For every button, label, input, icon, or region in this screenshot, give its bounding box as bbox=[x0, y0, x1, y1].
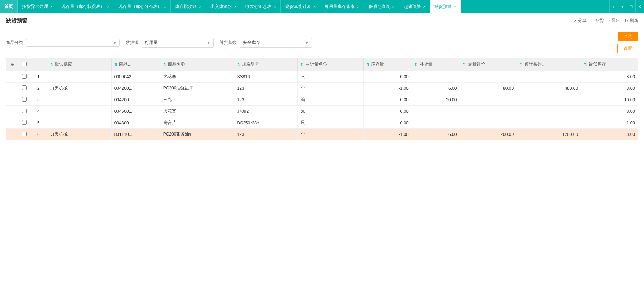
row-latest-price-1: 80.00 bbox=[460, 83, 517, 94]
column-stock-label: 库存量 bbox=[371, 62, 384, 67]
tab-9[interactable]: 保质期查询 × bbox=[364, 0, 399, 13]
column-latest-price[interactable]: ⇅ 最新进价 bbox=[460, 58, 517, 71]
tab-3-close[interactable]: × bbox=[164, 4, 166, 9]
tab-11-close[interactable]: × bbox=[454, 4, 456, 9]
tab-prev-button[interactable]: ‹ bbox=[609, 0, 618, 13]
tab-4-close[interactable]: × bbox=[199, 4, 201, 9]
column-min-stock[interactable]: ⇅ 最低库存 bbox=[581, 58, 638, 71]
row-checkbox-cell-2 bbox=[19, 94, 30, 106]
row-checkbox-4[interactable] bbox=[22, 120, 27, 125]
sort-stock-icon: ⇅ bbox=[366, 62, 369, 66]
column-default-supplier[interactable]: ⇅ 默认供应... bbox=[47, 58, 111, 71]
row-code-1: 004200... bbox=[111, 83, 160, 94]
column-est-purchase-label: 预计采购... bbox=[525, 62, 545, 67]
tab-8-close[interactable]: × bbox=[357, 4, 359, 9]
column-product-code[interactable]: ⇅ 商品... bbox=[111, 58, 160, 71]
datasource-label: 数据源 bbox=[126, 40, 139, 46]
tab-5-close[interactable]: × bbox=[234, 4, 236, 9]
column-product-name[interactable]: ⇅ 商品名称 bbox=[160, 58, 234, 71]
row-gear-4[interactable] bbox=[6, 117, 19, 129]
tab-5[interactable]: 出入库流水 × bbox=[206, 0, 241, 13]
sort-latest-price-icon: ⇅ bbox=[463, 62, 466, 66]
row-gear-1[interactable] bbox=[6, 83, 19, 94]
datasource-select[interactable]: 可用量 ▼ bbox=[142, 38, 214, 48]
column-num bbox=[30, 58, 47, 71]
column-stock[interactable]: ⇅ 库存量 bbox=[364, 58, 412, 71]
row-gear-3[interactable] bbox=[6, 106, 19, 117]
tab-2[interactable]: 现存量（库存状况表） × bbox=[57, 0, 114, 13]
category-filter-group: 商品分类 ▼ bbox=[6, 39, 120, 47]
tab-10-label: 超储预警 bbox=[404, 4, 421, 10]
restock-basis-select[interactable]: 安全库存 ▼ bbox=[240, 38, 312, 48]
row-num-1: 2 bbox=[30, 83, 47, 94]
row-num-4: 5 bbox=[30, 117, 47, 129]
row-code-5: 801110... bbox=[111, 129, 160, 140]
column-gear[interactable]: ⚙ bbox=[6, 58, 19, 71]
tab-10[interactable]: 超储预警 × bbox=[399, 0, 430, 13]
row-name-3: 火花塞 bbox=[160, 106, 234, 117]
row-checkbox-cell-5 bbox=[19, 129, 30, 140]
share-button[interactable]: ➚ 分享 bbox=[573, 18, 587, 24]
tab-6[interactable]: 收发存汇总表 × bbox=[241, 0, 280, 13]
tab-6-close[interactable]: × bbox=[274, 4, 276, 9]
tab-9-close[interactable]: × bbox=[392, 4, 395, 9]
sort-est-purchase-icon: ⇅ bbox=[520, 62, 523, 66]
column-latest-price-label: 最新进价 bbox=[468, 62, 485, 67]
query-button[interactable]: 查询 bbox=[618, 32, 638, 41]
tab-11[interactable]: 缺货预警 × bbox=[430, 0, 461, 13]
header-actions: ➚ 分享 □ 补货 ↑ 导出 ↻ 刷新 bbox=[573, 18, 638, 24]
refresh-button[interactable]: ↻ 刷新 bbox=[625, 18, 638, 24]
row-checkbox-2[interactable] bbox=[22, 97, 27, 102]
tab-home[interactable]: 首页 bbox=[0, 0, 18, 13]
restock-basis-chevron-icon: ▼ bbox=[305, 41, 309, 45]
tab-3[interactable]: 现存量（库存分布表） × bbox=[114, 0, 171, 13]
row-stock-0: 0.00 bbox=[364, 71, 412, 83]
column-spec[interactable]: ⇅ 规格型号 bbox=[234, 58, 298, 71]
column-est-purchase[interactable]: ⇅ 预计采购... bbox=[517, 58, 581, 71]
tab-1[interactable]: 拣货异常处理 × bbox=[18, 0, 57, 13]
tab-restore-button[interactable]: □ bbox=[627, 0, 635, 13]
row-est-purchase-3 bbox=[517, 106, 581, 117]
tab-next-button[interactable]: › bbox=[618, 0, 627, 13]
row-checkbox-5[interactable] bbox=[22, 132, 27, 136]
row-code-3: 004600... bbox=[111, 106, 160, 117]
tab-close-all-button[interactable]: ✕ bbox=[635, 0, 644, 13]
tab-2-label: 现存量（库存状况表） bbox=[61, 4, 105, 10]
column-unit[interactable]: ⇅ 主计量单位 bbox=[298, 58, 364, 71]
restock-label: 补货 bbox=[595, 18, 604, 24]
tab-1-label: 拣货异常处理 bbox=[22, 4, 48, 10]
row-restock-qty-2: 20.00 bbox=[412, 94, 460, 106]
datasource-value: 可用量 bbox=[145, 40, 158, 46]
tab-8[interactable]: 可用量库存账本 × bbox=[320, 0, 364, 13]
select-all-checkbox[interactable] bbox=[22, 62, 27, 66]
row-est-purchase-2 bbox=[517, 94, 581, 106]
tab-7[interactable]: 要货单统计表 × bbox=[281, 0, 320, 13]
tab-2-close[interactable]: × bbox=[107, 4, 109, 9]
restock-basis-filter-group: 补货基数 安全库存 ▼ bbox=[219, 38, 312, 48]
category-label: 商品分类 bbox=[6, 40, 23, 46]
row-checkbox-1[interactable] bbox=[22, 85, 27, 90]
category-select[interactable]: ▼ bbox=[26, 39, 120, 47]
tab-4[interactable]: 库存批次账 × bbox=[171, 0, 206, 13]
table-row: 4 004600... 火花塞 J7092 支 0.00 8.00 bbox=[6, 106, 638, 117]
row-checkbox-0[interactable] bbox=[22, 74, 27, 79]
row-supplier-4 bbox=[47, 117, 111, 129]
tab-1-close[interactable]: × bbox=[50, 4, 52, 9]
row-supplier-5: 力天机械 bbox=[47, 129, 111, 140]
row-spec-3: J7092 bbox=[234, 106, 298, 117]
tab-7-close[interactable]: × bbox=[313, 4, 316, 9]
restock-button[interactable]: □ 补货 bbox=[591, 18, 604, 24]
row-latest-price-2 bbox=[460, 94, 517, 106]
tab-10-close[interactable]: × bbox=[423, 4, 425, 9]
refresh-icon: ↻ bbox=[625, 18, 628, 23]
row-gear-0[interactable] bbox=[6, 71, 19, 83]
row-gear-5[interactable] bbox=[6, 129, 19, 140]
row-checkbox-3[interactable] bbox=[22, 109, 27, 113]
row-num-5: 6 bbox=[30, 129, 47, 140]
settings-button[interactable]: 设置 bbox=[617, 44, 638, 53]
row-gear-2[interactable] bbox=[6, 94, 19, 106]
column-restock-qty[interactable]: ⇅ 补货量 bbox=[412, 58, 460, 71]
table-container: ⚙ ⇅ 默认供应... ⇅ 商品... ⇅ 商品名称 bbox=[0, 58, 644, 140]
export-button[interactable]: ↑ 导出 bbox=[608, 18, 620, 24]
column-spec-label: 规格型号 bbox=[242, 62, 259, 67]
